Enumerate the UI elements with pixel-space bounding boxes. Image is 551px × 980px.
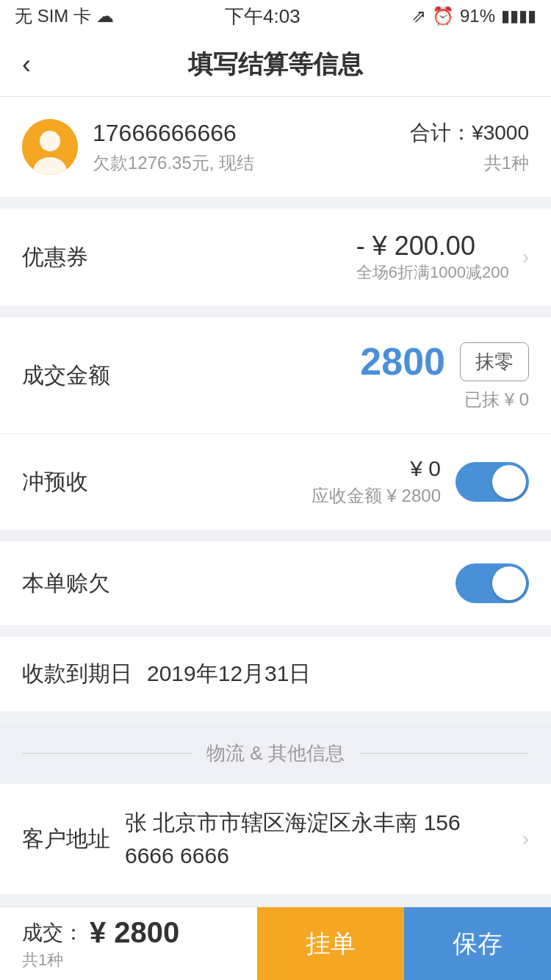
back-button[interactable]: ‹	[22, 49, 31, 80]
due-date-value: 2019年12月31日	[147, 659, 311, 689]
alarm-icon: ⏰	[432, 6, 454, 26]
status-bar: 无 SIM 卡 ☁ 下午4:03 ⇗ ⏰ 91% ▮▮▮▮	[0, 0, 551, 32]
address-row[interactable]: 客户地址 张 北京市市辖区海淀区永丰南 156 6666 6666 ›	[0, 784, 551, 894]
address-chevron-icon: ›	[522, 827, 529, 851]
total-value: ¥3000	[472, 121, 529, 144]
logistics-section: 物流 & 其他信息	[0, 723, 551, 784]
overdue-toggle-knob	[492, 566, 526, 600]
svg-point-1	[40, 131, 60, 151]
deal-amount-row: 成交金额 2800 抹零 已抹 ¥ 0	[0, 317, 551, 434]
prepay-receivable: 应收金额 ¥ 2800	[311, 484, 441, 508]
bottom-deal-amount: ¥ 2800	[90, 916, 179, 949]
total-count: 共1种	[410, 151, 529, 175]
save-button[interactable]: 保存	[404, 907, 551, 981]
content-area: 17666666666 欠款1276.35元, 现结 合计：¥3000 共1种 …	[0, 97, 551, 980]
bottom-deal-label: 成交：	[22, 919, 84, 947]
deal-amount-section: 成交金额 2800 抹零 已抹 ¥ 0 冲预收 ¥ 0 应收金额 ¥ 2800	[0, 317, 551, 530]
logistics-label: 物流 & 其他信息	[206, 741, 345, 766]
no-sim-text: 无 SIM 卡 ☁	[15, 4, 114, 28]
prepay-row: 冲预收 ¥ 0 应收金额 ¥ 2800	[0, 434, 551, 530]
bottom-deal: 成交： ¥ 2800	[22, 916, 235, 949]
address-value: 张 北京市市辖区海淀区永丰南 156 6666 6666	[125, 806, 508, 872]
overdue-row: 本单赊欠	[0, 541, 551, 625]
address-label: 客户地址	[22, 824, 110, 854]
coupon-right: - ¥ 200.00 全场6折满1000减200 ›	[356, 231, 529, 284]
bottom-summary: 成交： ¥ 2800 共1种	[0, 916, 257, 971]
due-date-label: 收款到期日	[22, 659, 132, 689]
prepay-value: ¥ 0 应收金额 ¥ 2800	[311, 456, 441, 508]
overdue-label: 本单赊欠	[22, 569, 110, 599]
prepay-label: 冲预收	[22, 467, 88, 497]
coupon-desc: 全场6折满1000减200	[356, 262, 509, 284]
customer-info: 17666666666 欠款1276.35元, 现结	[93, 120, 254, 175]
deal-amount-value: 2800	[360, 339, 445, 383]
status-time: 下午4:03	[225, 4, 300, 29]
divider-right	[359, 753, 529, 754]
avatar	[22, 119, 78, 175]
round-zero-button[interactable]: 抹零	[460, 342, 529, 381]
total-amount: 合计：¥3000	[410, 119, 529, 147]
bottom-count: 共1种	[22, 949, 235, 971]
toggle-knob	[492, 465, 526, 499]
nav-bar: ‹ 填写结算等信息	[0, 32, 551, 97]
battery-icon: ▮▮▮▮	[501, 7, 536, 26]
deal-amount-right: 2800 抹零	[360, 339, 529, 383]
bottom-bar: 成交： ¥ 2800 共1种 挂单 保存	[0, 907, 551, 980]
overdue-toggle[interactable]	[455, 563, 529, 603]
coupon-label: 优惠券	[22, 242, 88, 273]
due-date-row: 收款到期日 2019年12月31日	[0, 637, 551, 711]
prepay-right: ¥ 0 应收金额 ¥ 2800	[311, 456, 529, 508]
deal-amount-label: 成交金额	[22, 361, 110, 391]
overdue-section: 本单赊欠	[0, 541, 551, 625]
status-left: 无 SIM 卡 ☁	[15, 4, 114, 28]
customer-card: 17666666666 欠款1276.35元, 现结 合计：¥3000 共1种	[0, 97, 551, 197]
page-title: 填写结算等信息	[188, 48, 363, 82]
coupon-chevron-icon: ›	[522, 245, 529, 269]
coupon-row[interactable]: 优惠券 - ¥ 200.00 全场6折满1000减200 ›	[0, 209, 551, 306]
customer-right: 合计：¥3000 共1种	[410, 119, 529, 175]
customer-left: 17666666666 欠款1276.35元, 现结	[22, 119, 254, 175]
wiped-text: 已抹 ¥ 0	[464, 388, 529, 411]
total-label: 合计：	[410, 121, 472, 144]
customer-phone: 17666666666	[93, 120, 254, 147]
customer-debt: 欠款1276.35元, 现结	[93, 151, 254, 175]
coupon-discount: - ¥ 200.00	[356, 231, 509, 262]
hang-button[interactable]: 挂单	[257, 907, 404, 981]
prepay-toggle[interactable]	[455, 462, 529, 502]
location-icon: ⇗	[411, 6, 426, 26]
battery-text: 91%	[460, 6, 495, 26]
status-right: ⇗ ⏰ 91% ▮▮▮▮	[411, 6, 536, 26]
divider-left	[22, 753, 192, 754]
prepay-amount: ¥ 0	[311, 456, 441, 481]
